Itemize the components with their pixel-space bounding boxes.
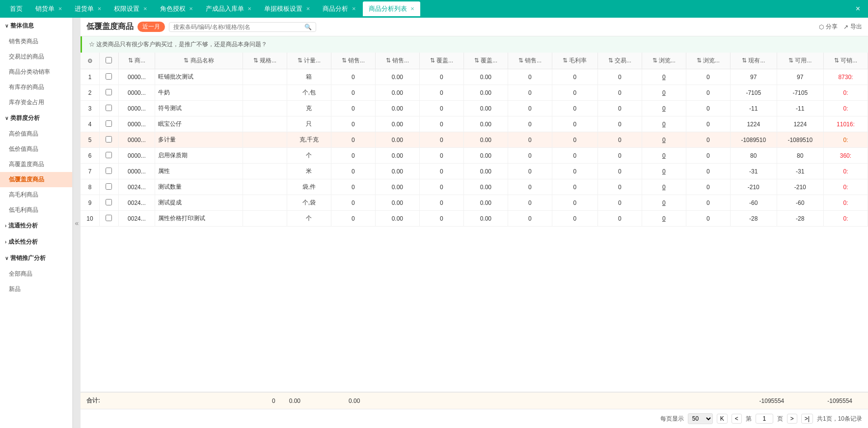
cell-browse1[interactable]: 0 (642, 195, 686, 211)
sidebar-item-capital[interactable]: 库存资金占用 (0, 95, 72, 110)
cell-sales2: 0.00 (375, 69, 419, 85)
nav-goods-analysis[interactable]: 商品分析 × (317, 1, 361, 16)
sidebar-item-low-profit[interactable]: 低毛利商品 (0, 202, 72, 218)
row-checkbox[interactable] (106, 199, 112, 205)
cell-browse1[interactable]: 0 (642, 101, 686, 116)
sidebar-item-new-goods[interactable]: 新品 (0, 282, 72, 297)
cell-browse1[interactable]: 0 (642, 132, 686, 148)
sidebar-section-overall[interactable]: ∨ 整体信息 (0, 18, 72, 34)
next-page-button[interactable]: > (787, 414, 797, 424)
sidebar-section-flow[interactable]: › 流通性分析 (0, 218, 72, 234)
nav-purchase[interactable]: 进货单 × (69, 1, 107, 16)
col-browse1[interactable]: ⇅ 浏览... (642, 53, 686, 69)
close-icon[interactable]: × (143, 5, 147, 12)
search-icon[interactable]: 🔍 (304, 24, 312, 30)
select-all-checkbox[interactable] (106, 57, 112, 63)
row-checkbox[interactable] (106, 183, 112, 190)
col-cover1[interactable]: ⇅ 覆盖... (419, 53, 463, 69)
close-icon[interactable]: × (410, 5, 414, 12)
cell-checkbox[interactable] (100, 85, 119, 101)
nav-templates[interactable]: 单据模板设置 × (258, 1, 316, 16)
col-profit[interactable]: ⇅ 毛利率 (552, 53, 597, 69)
cell-browse1[interactable]: 0 (642, 148, 686, 164)
sidebar-item-traded-goods[interactable]: 交易过的商品 (0, 49, 72, 64)
cell-stock2: -11 (777, 101, 823, 116)
window-close-button[interactable]: × (852, 2, 864, 15)
sidebar-collapse-button[interactable]: « (73, 18, 81, 428)
sidebar-item-high-coverage[interactable]: 高覆盖度商品 (0, 157, 72, 172)
col-stock2[interactable]: ⇅ 可用... (777, 53, 823, 69)
sidebar-item-sales-goods[interactable]: 销售类商品 (0, 34, 72, 49)
col-sales1[interactable]: ⇅ 销售... (331, 53, 375, 69)
first-page-button[interactable]: K (717, 414, 728, 424)
cell-checkbox[interactable] (100, 211, 119, 227)
sidebar-section-cluster[interactable]: ∨ 类群度分析 (0, 110, 72, 126)
row-checkbox[interactable] (106, 120, 112, 127)
cell-checkbox[interactable] (100, 148, 119, 164)
cell-browse1[interactable]: 0 (642, 164, 686, 179)
row-checkbox[interactable] (106, 105, 112, 111)
sidebar-item-category-rate[interactable]: 商品分类动销率 (0, 64, 72, 80)
close-icon[interactable]: × (58, 5, 62, 12)
col-trans[interactable]: ⇅ 交易... (597, 53, 642, 69)
sidebar-item-all-goods[interactable]: 全部商品 (0, 266, 72, 282)
col-spec[interactable]: ⇅ 规格... (243, 53, 287, 69)
sidebar-item-stock-goods[interactable]: 有库存的商品 (0, 80, 72, 95)
sidebar-item-low-value[interactable]: 低价值商品 (0, 142, 72, 157)
row-checkbox[interactable] (106, 168, 112, 174)
cell-checkbox[interactable] (100, 164, 119, 179)
col-code[interactable]: ⇅ 商... (118, 53, 155, 69)
col-browse2[interactable]: ⇅ 浏览... (686, 53, 730, 69)
search-input[interactable] (173, 24, 302, 30)
col-stock1[interactable]: ⇅ 现有... (730, 53, 777, 69)
close-icon[interactable]: × (189, 5, 193, 12)
col-sales2[interactable]: ⇅ 销售... (375, 53, 419, 69)
close-icon[interactable]: × (248, 5, 252, 12)
sidebar-item-high-value[interactable]: 高价值商品 (0, 126, 72, 142)
nav-sales[interactable]: 销货单 × (29, 1, 68, 16)
close-icon[interactable]: × (98, 5, 102, 12)
nav-permissions[interactable]: 权限设置 × (108, 1, 153, 16)
row-checkbox[interactable] (106, 89, 112, 95)
cell-checkbox[interactable] (100, 116, 119, 132)
col-unit[interactable]: ⇅ 计量... (287, 53, 331, 69)
nav-home[interactable]: 首页 (4, 1, 28, 16)
cell-browse1[interactable]: 0 (642, 85, 686, 101)
cell-browse1[interactable]: 0 (642, 69, 686, 85)
cell-browse1[interactable]: 0 (642, 211, 686, 227)
close-icon[interactable]: × (352, 5, 356, 12)
nav-goods-analysis-list[interactable]: 商品分析列表 × (363, 1, 420, 16)
prev-page-button[interactable]: < (732, 414, 742, 424)
last-page-button[interactable]: >| (801, 414, 813, 424)
cell-checkbox[interactable] (100, 195, 119, 211)
current-page-input[interactable]: 1 (756, 414, 773, 424)
row-checkbox[interactable] (106, 215, 112, 221)
table-wrapper[interactable]: ⚙ ⇅ 商... ⇅ 商品名称 ⇅ 规格... ⇅ 计量... ⇅ 销售... … (81, 53, 868, 392)
cell-checkbox[interactable] (100, 101, 119, 116)
col-name[interactable]: ⇅ 商品名称 (155, 53, 243, 69)
sidebar-item-high-profit[interactable]: 高毛利商品 (0, 187, 72, 202)
sidebar-section-growth[interactable]: › 成长性分析 (0, 234, 72, 250)
per-page-select[interactable]: 50 100 200 (688, 413, 713, 424)
col-settings[interactable]: ⚙ (81, 53, 100, 69)
col-cover2[interactable]: ⇅ 覆盖... (463, 53, 508, 69)
cell-checkbox[interactable] (100, 179, 119, 195)
sidebar-section-marketing[interactable]: ∨ 营销推广分析 (0, 250, 72, 266)
close-icon[interactable]: × (306, 5, 310, 12)
row-checkbox[interactable] (106, 73, 112, 80)
export-button[interactable]: ↗ 导出 (843, 23, 862, 31)
col-stock3[interactable]: ⇅ 可销... (823, 53, 868, 69)
row-checkbox[interactable] (106, 152, 112, 158)
cell-checkbox[interactable] (100, 69, 119, 85)
nav-roles[interactable]: 角色授权 × (154, 1, 199, 16)
sidebar-item-low-coverage[interactable]: 低覆盖度商品 (0, 172, 72, 187)
row-checkbox[interactable] (106, 136, 112, 143)
filter-recent-month-button[interactable]: 近一月 (137, 22, 165, 32)
cell-browse1[interactable]: 0 (642, 179, 686, 195)
nav-production[interactable]: 产成品入库单 × (200, 1, 257, 16)
col-sales3[interactable]: ⇅ 销售... (508, 53, 552, 69)
cell-checkbox[interactable] (100, 132, 119, 148)
share-button[interactable]: ⬡ 分享 (819, 23, 838, 31)
cell-browse2: 0 (686, 132, 730, 148)
cell-browse1[interactable]: 0 (642, 116, 686, 132)
